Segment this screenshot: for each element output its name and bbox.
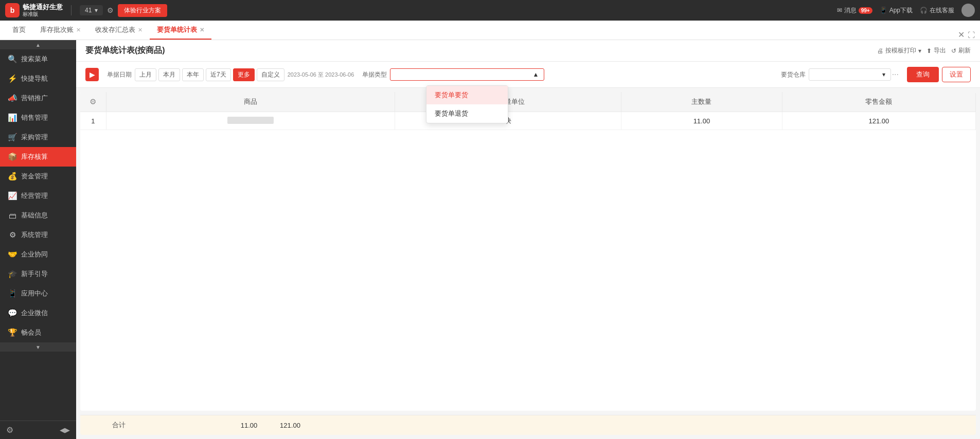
member-icon: 🏆 (8, 328, 17, 337)
print-chevron-icon: ▾ (918, 47, 921, 54)
chevron-up-icon: ▲ (532, 71, 539, 78)
app-download-label: App下载 (889, 6, 913, 15)
sidebar-item-app-center[interactable]: 📱 应用中心 (0, 284, 76, 303)
table-settings-icon[interactable]: ⚙ (90, 97, 96, 106)
sidebar-item-inventory[interactable]: 📦 库存核算 (0, 147, 76, 167)
app-download-item[interactable]: 📱 App下载 (880, 6, 913, 15)
tab-count-area[interactable]: 41 ▾ (80, 5, 103, 15)
shortcut-icon: ⚡ (8, 74, 17, 83)
sidebar-item-system[interactable]: ⚙ 系统管理 (0, 225, 76, 245)
tab-receipt-summary[interactable]: 收发存汇总表 ✕ (88, 21, 150, 40)
date-btn-this-month[interactable]: 本月 (158, 68, 180, 81)
tab-bar-expand-button[interactable]: ⛶ (968, 31, 975, 39)
operations-icon: 📈 (8, 191, 17, 200)
more-filters-button[interactable]: ··· (892, 70, 899, 79)
sidebar-item-app-center-label: 应用中心 (21, 289, 48, 298)
export-icon: ⬆ (926, 47, 932, 54)
dropdown-item-order-return[interactable]: 要货单退货 (426, 104, 508, 123)
date-btn-this-year[interactable]: 本年 (182, 68, 204, 81)
type-select[interactable]: ▲ (390, 68, 544, 81)
col-product: 商品 (106, 92, 395, 112)
sidebar-item-sales-label: 销售管理 (21, 113, 48, 122)
logo-icon: b (5, 3, 20, 17)
sidebar-item-guide[interactable]: 🎓 新手引导 (0, 264, 76, 284)
main-layout: ▲ 🔍 搜索菜单 ⚡ 快捷导航 📣 营销推广 📊 销售管理 🛒 采购管理 📦 库… (0, 40, 980, 439)
refresh-button[interactable]: ↺ 刷新 (951, 46, 971, 55)
cell-seq: 1 (80, 112, 106, 130)
tab-receipt-summary-close[interactable]: ✕ (138, 27, 142, 33)
cell-qty: 11.00 (621, 112, 782, 130)
guide-icon: 🎓 (8, 269, 17, 279)
date-btn-last-month[interactable]: 上月 (135, 68, 156, 81)
sidebar-scroll-down[interactable]: ▼ (0, 342, 76, 352)
dropdown-item-order-goods[interactable]: 要货单要货 (426, 86, 508, 104)
chevron-down-icon: ▾ (95, 7, 98, 14)
tab-bar-actions: ✕ ⛶ (958, 30, 975, 40)
tab-batch-account[interactable]: 库存批次账 ✕ (33, 21, 88, 40)
tab-order-stats-label: 要货单统计表 (157, 25, 197, 34)
online-service-item[interactable]: 🎧 在线客服 (920, 6, 954, 15)
tab-order-stats[interactable]: 要货单统计表 ✕ (150, 21, 211, 40)
sidebar-item-operations[interactable]: 📈 经营管理 (0, 186, 76, 206)
sidebar-item-enterprise[interactable]: 🤝 企业协同 (0, 245, 76, 264)
trial-button[interactable]: 体验行业方案 (118, 4, 167, 17)
basic-icon: 🗃 (8, 211, 17, 220)
type-dropdown: 要货单要货 要货单退货 (426, 85, 508, 123)
cell-amount: 121.00 (782, 112, 975, 130)
sidebar-item-wechat[interactable]: 💬 企业微信 (0, 303, 76, 323)
warehouse-select[interactable]: ▾ (809, 68, 891, 81)
messages-label: 消息 (844, 6, 857, 15)
tab-bar-close-button[interactable]: ✕ (958, 30, 965, 40)
sidebar-item-marketing[interactable]: 📣 营销推广 (0, 88, 76, 108)
footer-total-amount: 121.00 (270, 422, 311, 429)
sidebar-item-search[interactable]: 🔍 搜索菜单 (0, 49, 76, 69)
sidebar-item-guide-label: 新手引导 (21, 269, 48, 279)
system-icon: ⚙ (8, 230, 17, 240)
avatar[interactable] (961, 4, 975, 17)
finance-icon: 💰 (8, 172, 17, 181)
sidebar-settings-icon[interactable]: ⚙ (6, 425, 13, 435)
sidebar-collapse-icon[interactable]: ◀▶ (60, 426, 70, 434)
messages-item[interactable]: ✉ 消息 99+ (837, 6, 872, 15)
col-settings[interactable]: ⚙ (80, 92, 106, 112)
date-btn-last-7-days[interactable]: 近7天 (206, 68, 231, 81)
sidebar-item-sales[interactable]: 📊 销售管理 (0, 108, 76, 127)
date-btn-more[interactable]: 更多 (233, 68, 255, 81)
sidebar-item-member[interactable]: 🏆 畅会员 (0, 323, 76, 342)
page-actions: 🖨 按模板打印 ▾ ⬆ 导出 ↺ 刷新 (877, 46, 971, 55)
print-button[interactable]: 🖨 按模板打印 ▾ (877, 46, 921, 55)
export-button[interactable]: ⬆ 导出 (926, 46, 946, 55)
export-label: 导出 (934, 46, 946, 55)
tab-batch-account-close[interactable]: ✕ (76, 27, 81, 33)
sidebar-item-finance[interactable]: 💰 资金管理 (0, 167, 76, 186)
filter-settings-button[interactable]: 设置 (942, 67, 971, 82)
tab-home[interactable]: 首页 (5, 21, 33, 40)
sidebar-item-operations-label: 经营管理 (21, 191, 48, 200)
page-title: 要货单统计表(按商品) (85, 45, 165, 56)
tab-home-label: 首页 (12, 25, 26, 34)
date-btn-custom[interactable]: 自定义 (257, 68, 284, 81)
warehouse-filter-label: 要货仓库 (781, 70, 806, 79)
enterprise-icon: 🤝 (8, 250, 17, 259)
tab-batch-account-label: 库存批次账 (40, 25, 74, 34)
sidebar-item-basic[interactable]: 🗃 基础信息 (0, 206, 76, 225)
col-amount: 零售金额 (782, 92, 975, 112)
tab-count: 41 (85, 7, 92, 14)
messages-badge: 99+ (859, 7, 872, 14)
filter-expand-button[interactable]: ▶ (85, 68, 99, 81)
tab-order-stats-close[interactable]: ✕ (200, 27, 204, 33)
sidebar-item-shortcut[interactable]: ⚡ 快捷导航 (0, 69, 76, 88)
top-bar-left: b 畅捷通好生意 标准版 41 ▾ ⚙ 体验行业方案 (5, 3, 837, 17)
sidebar-scroll-up[interactable]: ▲ (0, 40, 76, 49)
sidebar-item-purchase[interactable]: 🛒 采购管理 (0, 127, 76, 147)
marketing-icon: 📣 (8, 94, 17, 103)
app-version: 标准版 (23, 11, 63, 17)
message-icon: ✉ (837, 7, 842, 14)
query-button[interactable]: 查询 (907, 67, 939, 82)
purchase-icon: 🛒 (8, 133, 17, 142)
table-area: ⚙ 商品 主计量单位 主数量 零售金额 1 块 (80, 92, 976, 411)
sidebar-item-marketing-label: 营销推广 (21, 94, 48, 103)
company-name: 畅捷通好生意 (23, 3, 63, 11)
filter-bar: ▶ 单据日期 上月 本月 本年 近7天 更多 自定义 2023-05-06 至 … (76, 62, 980, 88)
gear-icon[interactable]: ⚙ (107, 6, 114, 14)
